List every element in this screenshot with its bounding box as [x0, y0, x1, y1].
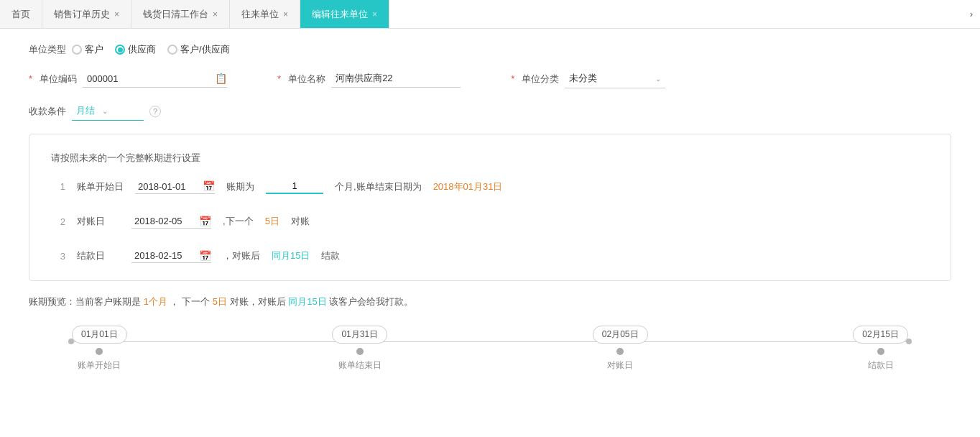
tab-cash-work-close[interactable]: × — [213, 9, 218, 19]
timeline-sublabel-4: 结款日 — [868, 359, 894, 372]
timeline-sublabel-2: 账单结束日 — [338, 359, 382, 372]
preview-payment-post: 该客户会给我打款。 — [329, 296, 413, 307]
timeline-label-3: 02月05日 — [593, 326, 648, 344]
tab-partner[interactable]: 往来单位 × — [230, 0, 300, 28]
name-group: * 单位名称 — [277, 70, 461, 88]
preview-reconcile-post: 对账，对账后 — [230, 296, 286, 307]
timeline-node-3: 02月05日 对账日 — [593, 326, 648, 372]
period-date-2-input[interactable] — [131, 214, 196, 228]
timeline-dot-2 — [356, 348, 364, 355]
radio-customer-label: 客户 — [85, 43, 103, 56]
tab-sales-history[interactable]: 销售订单历史 × — [42, 0, 131, 28]
tab-home[interactable]: 首页 — [0, 0, 42, 28]
name-label: 单位名称 — [288, 73, 325, 86]
tab-more-button[interactable]: › — [963, 0, 980, 28]
category-label: 单位分类 — [522, 73, 559, 86]
name-input[interactable] — [331, 70, 461, 88]
code-copy-icon[interactable]: 📋 — [215, 73, 227, 84]
category-chevron-icon: ⌄ — [655, 75, 661, 83]
period-num-1: 1 — [51, 181, 65, 192]
tab-edit-partner-close[interactable]: × — [372, 9, 377, 19]
radio-both-circle — [167, 45, 177, 55]
category-required: * — [511, 73, 514, 84]
timeline-dot-4 — [877, 348, 884, 355]
preview-payment-highlight: 同月15日 — [288, 296, 326, 307]
period-num-3: 3 — [51, 251, 65, 262]
category-select[interactable]: 未分类 ⌄ — [565, 69, 665, 88]
tab-cash-work-label: 钱货日清工作台 — [143, 8, 208, 21]
preview-section: 账期预览：当前客户账期是 1个月 ， 下一个 5日 对账，对账后 同月15日 该… — [29, 295, 951, 308]
code-group: * 单位编码 📋 — [29, 70, 227, 88]
period-payment-day: 同月15日 — [272, 249, 310, 262]
timeline-label-2: 01月31日 — [332, 326, 387, 344]
period-date-1-wrapper: 📅 — [135, 180, 215, 194]
payment-select[interactable]: 月结 ⌄ — [72, 101, 144, 121]
tab-bar: 首页 销售订单历史 × 钱货日清工作台 × 往来单位 × 编辑往来单位 × › — [0, 0, 980, 29]
timeline-sublabel-1: 账单开始日 — [78, 359, 121, 372]
period-end-date: 2018年01月31日 — [433, 180, 503, 193]
period-date-1-input[interactable] — [135, 180, 200, 193]
category-group: * 单位分类 未分类 ⌄ — [511, 69, 665, 88]
tab-sales-history-label: 销售订单历史 — [54, 8, 110, 21]
code-required: * — [29, 73, 32, 84]
payment-label: 收款条件 — [29, 105, 66, 118]
timeline-nodes: 01月01日 账单开始日 01月31日 账单结束日 02月05日 对账日 02月… — [72, 326, 908, 372]
timeline-container: 01月01日 账单开始日 01月31日 账单结束日 02月05日 对账日 02月… — [29, 326, 951, 372]
timeline-label-1: 01月01日 — [72, 326, 127, 344]
preview-reconcile-pre: 下一个 — [182, 296, 210, 307]
period-suffix-2a: ,下一个 — [223, 215, 254, 228]
tab-partner-label: 往来单位 — [241, 8, 279, 21]
period-suffix-3b: 结款 — [321, 249, 340, 262]
tab-edit-partner-label: 编辑往来单位 — [312, 8, 368, 21]
code-input-wrapper: 📋 — [83, 70, 227, 88]
timeline-dot-3 — [616, 348, 624, 355]
radio-both[interactable]: 客户/供应商 — [167, 43, 230, 56]
name-required: * — [277, 73, 281, 84]
radio-supplier-circle — [115, 45, 125, 55]
period-suffix-3a: ，对账后 — [223, 249, 260, 262]
payment-row: 收款条件 月结 ⌄ ? — [29, 101, 951, 121]
period-date-3-input[interactable] — [131, 249, 196, 262]
preview-comma: ， — [170, 296, 179, 307]
tab-sales-history-close[interactable]: × — [114, 9, 119, 19]
tab-home-label: 首页 — [11, 8, 30, 21]
code-input[interactable] — [83, 70, 212, 87]
preview-label: 账期预览：当前客户账期是 — [29, 296, 141, 307]
unit-type-group: 单位类型 客户 供应商 客户/供应商 — [29, 43, 230, 56]
unit-type-radio-group: 客户 供应商 客户/供应商 — [72, 43, 230, 56]
period-label-3: 结款日 — [77, 249, 120, 262]
radio-customer-circle — [72, 45, 82, 55]
period-suffix-1b: 个月,账单结束日期为 — [335, 180, 422, 193]
period-date-2-calendar-icon[interactable]: 📅 — [199, 216, 211, 227]
period-date-1-calendar-icon[interactable]: 📅 — [203, 180, 215, 192]
main-content: 单位类型 客户 供应商 客户/供应商 * 单位编码 — [0, 29, 980, 437]
radio-supplier-label: 供应商 — [128, 43, 156, 56]
radio-customer[interactable]: 客户 — [72, 43, 103, 56]
period-row-3: 3 结款日 📅 ，对账后 同月15日 结款 — [51, 249, 929, 263]
period-suffix-2b: 对账 — [291, 215, 310, 228]
radio-both-label: 客户/供应商 — [180, 43, 230, 56]
tab-edit-partner[interactable]: 编辑往来单位 × — [300, 0, 389, 28]
preview-reconcile-day: 5日 — [213, 296, 227, 307]
code-name-category-row: * 单位编码 📋 * 单位名称 * 单位分类 未分类 ⌄ — [29, 69, 951, 88]
period-date-3-calendar-icon[interactable]: 📅 — [199, 250, 211, 262]
period-row-1: 1 账单开始日 📅 账期为 个月,账单结束日期为 2018年01月31日 — [51, 179, 929, 194]
unit-type-label: 单位类型 — [29, 43, 66, 56]
radio-supplier[interactable]: 供应商 — [115, 43, 156, 56]
period-num-2: 2 — [51, 216, 65, 227]
period-months-input[interactable] — [266, 179, 323, 194]
payment-help-icon[interactable]: ? — [149, 106, 161, 117]
category-value: 未分类 — [569, 72, 597, 85]
timeline-label-4: 02月15日 — [853, 326, 908, 344]
period-label-1: 账单开始日 — [77, 180, 124, 193]
payment-value: 月结 — [76, 104, 95, 117]
tab-partner-close[interactable]: × — [283, 9, 288, 19]
timeline-node-4: 02月15日 结款日 — [853, 326, 908, 372]
payment-chevron-icon: ⌄ — [102, 107, 108, 115]
period-row-2: 2 对账日 📅 ,下一个 5日 对账 — [51, 214, 929, 229]
tab-cash-work[interactable]: 钱货日清工作台 × — [131, 0, 230, 28]
timeline-dot-1 — [96, 348, 103, 355]
period-date-3-wrapper: 📅 — [131, 249, 211, 263]
period-date-2-wrapper: 📅 — [131, 214, 211, 229]
timeline-sublabel-3: 对账日 — [607, 359, 633, 372]
